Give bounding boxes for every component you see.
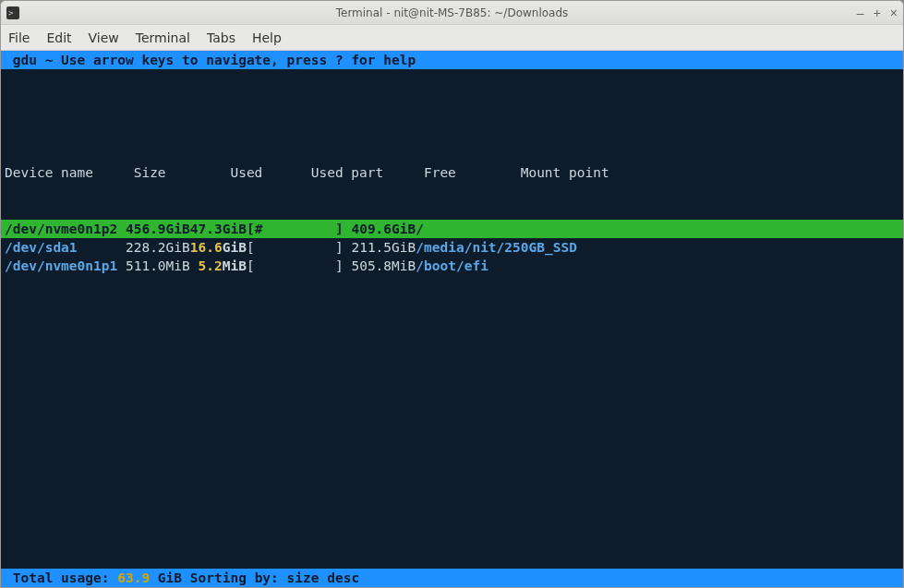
- used-value: 47.3: [190, 220, 223, 238]
- col-size: Size: [134, 163, 231, 182]
- menu-file[interactable]: File: [8, 30, 30, 45]
- window-controls: – + ×: [857, 6, 898, 20]
- titlebar[interactable]: > Terminal - nit@nit-MS-7B85: ~/Download…: [1, 1, 903, 25]
- size-unit: MiB: [166, 257, 190, 275]
- col-used-part: Used part: [311, 163, 424, 182]
- col-used: Used: [230, 163, 310, 182]
- maximize-button[interactable]: +: [874, 6, 881, 20]
- device-name: /dev/nvme0n1p1: [5, 257, 126, 275]
- svg-text:>: >: [8, 8, 14, 18]
- size-unit: GiB: [166, 238, 190, 257]
- size-value: 511.0: [126, 257, 166, 275]
- footer-suffix: GiB Sorting by: size desc: [150, 570, 359, 585]
- footer-prefix: Total usage:: [5, 570, 117, 585]
- device-rows: /dev/nvme0n1p2 456.9 GiB 47.3 GiB [# ] 4…: [1, 220, 903, 276]
- table-row[interactable]: /dev/nvme0n1p1 511.0 MiB 5.2 MiB [ ] 505…: [1, 257, 903, 275]
- menu-edit[interactable]: Edit: [46, 30, 71, 45]
- footer-total: 63.9: [117, 570, 150, 585]
- app-icon: >: [6, 6, 19, 19]
- usage-bar: [ ]: [247, 257, 344, 275]
- menubar: File Edit View Terminal Tabs Help: [1, 25, 903, 51]
- terminal-window: > Terminal - nit@nit-MS-7B85: ~/Download…: [0, 0, 904, 588]
- free-value: 409.6: [344, 220, 392, 238]
- device-name: /dev/sda1: [5, 238, 126, 257]
- free-unit: GiB: [392, 220, 416, 238]
- usage-bar: [ ]: [247, 238, 344, 257]
- used-unit: GiB: [223, 220, 247, 238]
- blank-line: [1, 107, 903, 126]
- mount-point: /media/nit/250GB_SSD: [416, 238, 577, 257]
- table-row[interactable]: /dev/nvme0n1p2 456.9 GiB 47.3 GiB [# ] 4…: [1, 220, 903, 238]
- free-unit: GiB: [392, 238, 416, 257]
- size-value: 228.2: [126, 238, 166, 257]
- minimize-button[interactable]: –: [857, 6, 864, 20]
- menu-terminal[interactable]: Terminal: [136, 30, 190, 45]
- column-headers: Device name SizeUsedUsed partFreeMount p…: [1, 163, 903, 182]
- gdu-footer: Total usage: 63.9 GiB Sorting by: size d…: [1, 569, 903, 587]
- size-unit: GiB: [166, 220, 190, 238]
- menu-help[interactable]: Help: [252, 30, 282, 45]
- terminal-area[interactable]: gdu ~ Use arrow keys to navigate, press …: [1, 51, 903, 587]
- used-unit: MiB: [223, 257, 247, 275]
- col-mount: Mount point: [521, 163, 609, 182]
- window-title: Terminal - nit@nit-MS-7B85: ~/Downloads: [336, 6, 569, 19]
- used-value: 16.6: [190, 238, 223, 257]
- free-value: 505.8: [344, 257, 392, 275]
- free-unit: MiB: [392, 257, 416, 275]
- terminal-body: Device name SizeUsedUsed partFreeMount p…: [1, 69, 903, 568]
- used-value: 5.2: [190, 257, 223, 275]
- free-value: 211.5: [344, 238, 392, 257]
- mount-point: /: [416, 220, 424, 238]
- close-button[interactable]: ×: [890, 6, 898, 20]
- menu-tabs[interactable]: Tabs: [207, 30, 235, 45]
- table-row[interactable]: /dev/sda1 228.2 GiB 16.6 GiB [ ] 211.5 G…: [1, 238, 903, 257]
- col-device: Device name: [5, 163, 126, 182]
- gdu-header: gdu ~ Use arrow keys to navigate, press …: [1, 51, 903, 69]
- usage-bar: [# ]: [247, 220, 344, 238]
- menu-view[interactable]: View: [89, 30, 119, 45]
- mount-point: /boot/efi: [416, 257, 488, 275]
- size-value: 456.9: [126, 220, 166, 238]
- col-free: Free: [424, 163, 521, 182]
- used-unit: GiB: [223, 238, 247, 257]
- device-name: /dev/nvme0n1p2: [5, 220, 126, 238]
